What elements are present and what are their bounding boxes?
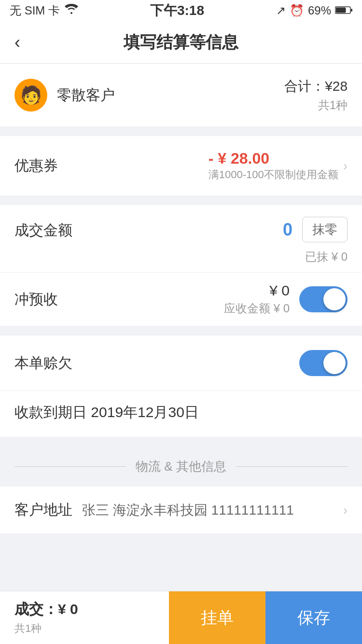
logistics-line-left [14, 466, 126, 467]
prereceive-right: ¥ 0 应收金额 ¥ 0 [224, 282, 348, 316]
bottom-bar: 成交：¥ 0 共1种 挂单 保存 [0, 591, 362, 644]
page-title: 填写结算等信息 [124, 31, 238, 54]
transaction-amount-value[interactable]: 0 [283, 220, 292, 240]
customer-section: 🧑 零散客户 合计：¥28 共1种 [0, 64, 362, 126]
status-left: 无 SIM 卡 [10, 3, 78, 18]
debt-label: 本单赊欠 [14, 353, 72, 373]
nav-bar: ‹ 填写结算等信息 [0, 21, 362, 64]
save-button[interactable]: 保存 [265, 591, 362, 644]
due-date-label: 收款到期日 [14, 404, 91, 420]
back-button[interactable]: ‹ [14, 32, 20, 53]
round-zero-button[interactable]: 抹零 [302, 217, 348, 242]
bottom-count: 共1种 [14, 621, 154, 636]
status-right: ↗ ⏰ 69% [276, 4, 352, 17]
address-value: 张三 海淀永丰科技园 11111111111 [82, 501, 343, 519]
battery-icon [335, 4, 352, 17]
status-time: 下午3:18 [150, 1, 204, 20]
svg-rect-1 [335, 8, 346, 13]
logistics-header: 物流 & 其他信息 [0, 447, 362, 487]
customer-left: 🧑 零散客户 [14, 79, 115, 112]
debt-section: 本单赊欠 收款到期日 2019年12月30日 [0, 336, 362, 437]
coupon-right: - ¥ 28.00 满1000-100不限制使用金额 › [209, 150, 348, 182]
transaction-amount-row: 成交金额 0 抹零 [0, 205, 362, 247]
coupon-section[interactable]: 优惠券 - ¥ 28.00 满1000-100不限制使用金额 › [0, 136, 362, 196]
bottom-deal-label: 成交： [14, 601, 58, 617]
battery-level: 69% [308, 4, 331, 17]
transaction-amount-right: 0 抹零 [283, 217, 348, 242]
address-label: 客户地址 [14, 500, 72, 520]
prereceive-sub: 应收金额 ¥ 0 [224, 301, 290, 316]
bottom-info: 成交：¥ 0 共1种 [0, 600, 169, 636]
logistics-title: 物流 & 其他信息 [136, 458, 226, 475]
debt-toggle-knob [323, 352, 346, 374]
customer-total: 合计：¥28 [284, 77, 348, 96]
content: 🧑 零散客户 合计：¥28 共1种 优惠券 - ¥ 28.00 满1000-10… [0, 64, 362, 601]
avatar-icon: 🧑 [20, 85, 42, 105]
transaction-amount-label: 成交金额 [14, 217, 72, 240]
address-row[interactable]: 客户地址 张三 海淀永丰科技园 11111111111 › [0, 487, 362, 533]
wifi-icon [65, 4, 78, 17]
coupon-desc: 满1000-100不限制使用金额 [209, 168, 338, 182]
amount-section: 成交金额 0 抹零 已抹 ¥ 0 冲预收 ¥ 0 应收金额 ¥ 0 [0, 205, 362, 326]
prereceive-label: 冲预收 [14, 290, 58, 309]
customer-right: 合计：¥28 共1种 [284, 77, 348, 113]
already-rounded-label: 已抹 ¥ 0 [0, 247, 362, 272]
hold-button[interactable]: 挂单 [169, 591, 265, 644]
toggle-knob [323, 288, 346, 310]
due-date-value: 2019年12月30日 [91, 404, 198, 420]
coupon-label: 优惠券 [14, 156, 58, 176]
bottom-deal-amount: ¥ 0 [58, 601, 78, 617]
customer-count: 共1种 [284, 98, 348, 113]
debt-row: 本单赊欠 [0, 336, 362, 391]
logistics-line-right [236, 466, 348, 467]
customer-avatar: 🧑 [14, 79, 47, 112]
svg-rect-2 [351, 9, 352, 12]
alarm-icon: ⏰ [290, 4, 304, 17]
sim-label: 无 SIM 卡 [10, 3, 60, 18]
coupon-amount: - ¥ 28.00 [209, 150, 338, 168]
prereceive-values: ¥ 0 应收金额 ¥ 0 [224, 282, 290, 316]
bottom-deal: 成交：¥ 0 [14, 600, 154, 619]
location-icon: ↗ [276, 4, 286, 17]
debt-toggle[interactable] [299, 350, 348, 376]
due-date-row: 收款到期日 2019年12月30日 [0, 391, 362, 437]
prereceive-amount: ¥ 0 [224, 282, 290, 299]
address-chevron-icon: › [343, 503, 348, 518]
customer-name: 零散客户 [57, 85, 115, 105]
prereceive-row: 冲预收 ¥ 0 应收金额 ¥ 0 [0, 272, 362, 326]
status-bar: 无 SIM 卡 下午3:18 ↗ ⏰ 69% [0, 0, 362, 21]
prereceive-toggle[interactable] [299, 286, 348, 312]
coupon-chevron-icon: › [343, 158, 348, 174]
